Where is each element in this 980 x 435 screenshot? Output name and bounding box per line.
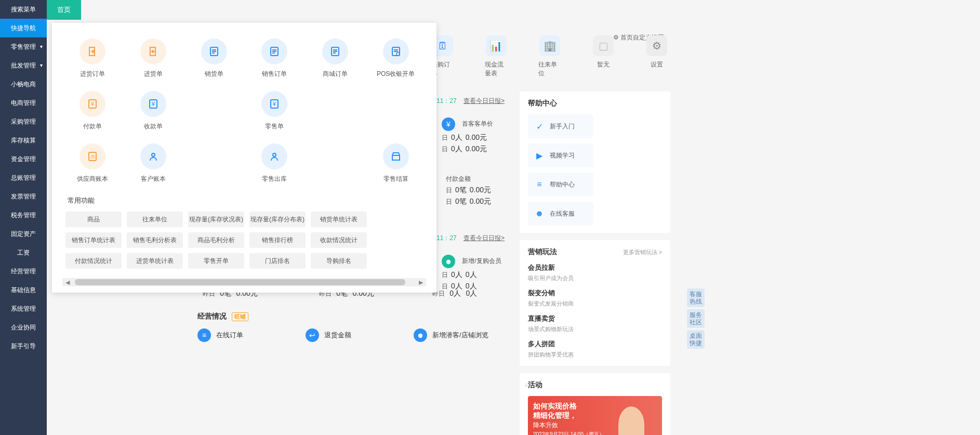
view-report-link-2[interactable]: 查看今日日报> [463,234,505,242]
sidebar-item-9[interactable]: 发票管理 [0,187,47,206]
side-float-0[interactable]: 客服热线 [687,288,705,307]
sidebar-item-3[interactable]: 小畅电商 [0,75,47,94]
chevron-down-icon: ▾ [40,37,43,56]
flow-node-商城订单[interactable]: 商城订单 [305,38,366,78]
activity-card: 活动 “ 如何实现价格 精细化管理， 降本升效 2022年9月23日 14:00… [520,373,670,435]
flow-node-销货单[interactable]: 销货单 [183,38,244,78]
sidebar-item-4[interactable]: 电商管理 [0,94,47,112]
sidebar-item-5[interactable]: 采购管理 [0,112,47,131]
flow-node-零售结算[interactable]: 零售结算 [365,143,426,183]
marketing-item-2[interactable]: 直播卖货场景式购物新玩法 [528,314,592,333]
help-label: 视频学习 [550,151,575,160]
flow-node-销售订单[interactable]: 销售订单 [244,38,305,78]
chip-0[interactable]: 商品 [65,212,122,227]
sidebar-item-12[interactable]: 工资 [0,243,47,262]
order-icon: ≡ [197,328,211,342]
chip-12[interactable]: 零售开单 [188,253,244,269]
shop-badge: 旺铺 [232,312,248,321]
members-icon: ☻ [442,255,455,268]
sidebar-item-16[interactable]: 企业协同 [0,318,47,337]
sidebar-item-7[interactable]: 资金管理 [0,150,47,168]
common-functions-grid: 商品往来单位现存量(库存状况表)现存量(库存分布表)销货单统计表销售订单统计表销… [62,212,426,269]
quick-nav-panel: 进货订单进货单销货单销售订单商城订单POS收银开单 ¥付款单¥收款单¥零售单 供… [52,23,436,293]
marketing-item-title: 裂变分销 [528,288,592,298]
marketing-item-3[interactable]: 多人拼团拼团购物享受优惠 [528,339,592,359]
flow-node-进货单[interactable]: 进货单 [123,38,184,78]
sidebar-item-13[interactable]: 经营管理 [0,262,47,281]
tab-home[interactable]: 首页 [47,0,81,20]
flow-node-收款单[interactable]: ¥收款单 [123,91,184,131]
help-item-2[interactable]: ≡帮助中心 [528,173,593,196]
view-report-link-1[interactable]: 查看今日日报> [463,97,505,104]
chip-3[interactable]: 现存量(库存分布表) [249,212,306,227]
chevron-down-icon: ▾ [40,56,43,75]
shortcut-label: 现金流量表 [485,60,507,78]
scroll-right-icon[interactable]: ▶ [417,278,425,286]
flow-node-进货订单[interactable]: 进货订单 [62,38,123,78]
right-column: 帮助中心 ✓新手入门▶视频学习≡帮助中心☻在线客服 营销玩法 更多营销玩法 > … [520,91,670,435]
chip-1[interactable]: 往来单位 [127,212,183,227]
sidebar-item-8[interactable]: 总账管理 [0,168,47,187]
activity-banner[interactable]: 如何实现价格 精细化管理， 降本升效 2022年9月23日 14:00（周五） [528,396,662,435]
shortcut-4[interactable]: ⚙设置 [646,35,668,78]
shortcut-icon-1: 📊 [486,35,507,56]
chip-14[interactable]: 导购排名 [311,253,367,269]
flow-label: POS收银开单 [377,70,415,78]
shortcut-2[interactable]: 🏢往来单位 [538,35,561,78]
chip-6[interactable]: 销售毛利分析表 [127,232,183,248]
activity-title: 活动 [528,380,542,390]
marketing-card: 营销玩法 更多营销玩法 > 会员拉新吸引用户成为会员裂变分销裂变式发展分销商直播… [520,240,670,366]
side-float-2[interactable]: 桌面快捷 [687,330,705,349]
chip-7[interactable]: 商品毛利分析 [188,232,244,248]
sidebar-item-6[interactable]: 库存核算 [0,131,47,150]
scroll-thumb[interactable] [75,279,405,285]
chip-11[interactable]: 进货单统计表 [127,253,183,269]
side-float-1[interactable]: 服务社区 [687,309,705,328]
stat-yesterday-3: 昨日 0人 0人 [432,289,477,298]
marketing-more-link[interactable]: 更多营销玩法 > [623,248,662,256]
chip-4[interactable]: 销货单统计表 [311,212,367,227]
marketing-item-0[interactable]: 会员拉新吸引用户成为会员 [528,263,592,282]
flow-label: 客户账本 [141,175,166,183]
marketing-item-1[interactable]: 裂变分销裂变式发展分销商 [528,288,592,308]
sidebar-item-1[interactable]: 零售管理▾ [0,37,47,56]
help-item-1[interactable]: ▶视频学习 [528,143,593,167]
marketing-item-sub: 拼团购物享受优惠 [528,351,592,359]
chip-2[interactable]: 现存量(库存状况表) [188,212,244,227]
sidebar-item-17[interactable]: 新手引导 [0,337,47,355]
flow-node-零售出库[interactable]: 零售出库 [244,143,305,183]
sidebar-item-10[interactable]: 税务管理 [0,206,47,225]
flow-node-供应商账本[interactable]: 供供应商账本 [62,143,123,183]
sidebar-search[interactable]: 搜索菜单 [0,0,47,19]
chip-10[interactable]: 付款情况统计 [65,253,122,269]
chip-5[interactable]: 销售订单统计表 [65,232,122,248]
scroll-left-icon[interactable]: ◀ [63,278,72,286]
mega-scrollbar[interactable]: ◀ ▶ [62,278,426,286]
help-item-0[interactable]: ✓新手入门 [528,114,593,138]
chip-8[interactable]: 销售排行榜 [249,232,306,248]
list-icon [201,38,227,64]
stat-pay-amount: 付款金额 日0笔0.00元 日0笔0.00元 [446,175,491,208]
shortcut-3[interactable]: ▢暂无 [592,35,615,78]
help-item-3[interactable]: ☻在线客服 [528,202,593,226]
flow-node-付款单[interactable]: ¥付款单 [62,91,123,131]
arrow-out-icon [140,38,166,64]
sidebar-item-15[interactable]: 系统管理 [0,299,47,318]
svg-point-13 [152,153,155,156]
chip-9[interactable]: 收款情况统计 [311,232,367,248]
flow-node-POS收银开单[interactable]: POS收银开单 [365,38,426,78]
flow-label: 付款单 [83,122,102,131]
visitor-icon: ☻ [414,328,427,342]
list-icon [261,38,287,64]
flow-label: 收款单 [144,122,163,131]
sidebar-item-0[interactable]: 快捷导航 [0,19,47,37]
sidebar-item-11[interactable]: 固定资产 [0,225,47,243]
shortcut-1[interactable]: 📊现金流量表 [485,35,507,78]
flow-node-客户账本[interactable]: 客户账本 [123,143,184,183]
yen-icon: ¥ [80,91,105,117]
chip-13[interactable]: 门店排名 [249,253,306,269]
sidebar-item-14[interactable]: 基础信息 [0,281,47,299]
flow-node-零售单[interactable]: ¥零售单 [244,91,305,131]
person-icon [261,143,287,169]
sidebar-item-2[interactable]: 批发管理▾ [0,56,47,75]
